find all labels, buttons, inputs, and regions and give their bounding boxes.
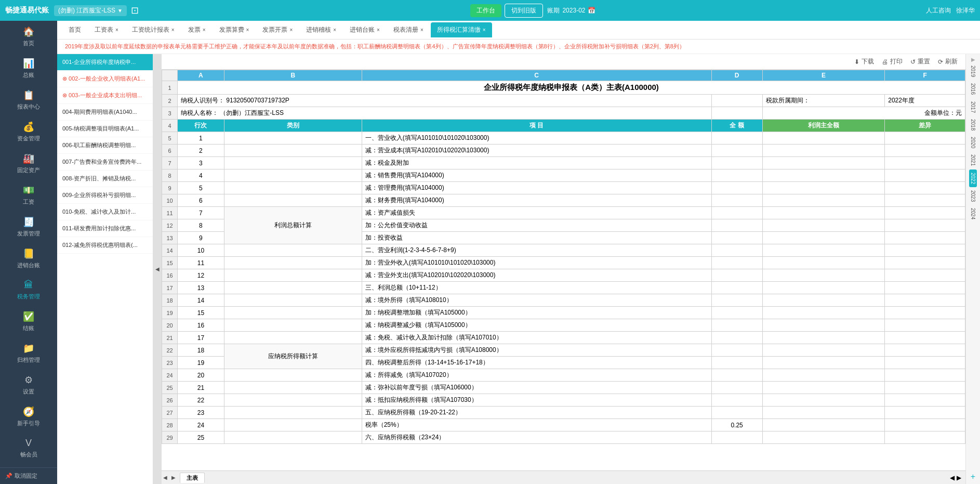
year-2018[interactable]: 2018 — [969, 116, 977, 134]
table-row: 25 21 减：弥补以前年度亏损（填写A106000） — [162, 382, 965, 394]
cancel-fixed-label: 取消固定 — [15, 472, 37, 480]
sidebar-item-ledger2[interactable]: 📒 进销台账 — [0, 243, 57, 274]
cancel-fixed-button[interactable]: 📌 取消固定 — [0, 468, 57, 484]
tab-invoice-open[interactable]: 发票开票× — [256, 22, 299, 37]
sidebar-item-member[interactable]: V 畅会员 — [0, 433, 57, 464]
sheet-nav-right[interactable]: ▶ — [170, 474, 177, 481]
pin-icon: 📌 — [5, 473, 12, 479]
sub-sidebar-item-011[interactable]: 011-研发费用加计扣除优惠... — [57, 220, 153, 237]
sidebar-item-checkout[interactable]: ✅ 结账 — [0, 306, 57, 337]
scroll-left-icon[interactable]: ◀ — [950, 474, 955, 481]
sidebar-item-reports[interactable]: 📋 报表中心 — [0, 84, 57, 116]
sidebar-label-ledger2: 进销台账 — [17, 261, 40, 269]
print-button[interactable]: 🖨 打印 — [882, 57, 903, 66]
year-2017[interactable]: 2017 — [969, 98, 977, 116]
user-name: 徐泽华 — [956, 6, 975, 15]
sheet-tab-bar: ◀ ▶ 主表 ◀ ▶ — [162, 470, 965, 484]
tab-salary[interactable]: 工资表× — [88, 22, 125, 37]
sub-sidebar-collapse[interactable]: ◀ — [153, 54, 162, 484]
table-row: 1 企业所得税年度纳税申报表（A类）主表(A100000) — [162, 81, 965, 95]
sidebar-label-checkout: 结账 — [23, 324, 34, 332]
sub-sidebar-item-003[interactable]: 003-一般企业成本支出明细... — [57, 87, 153, 104]
tab-income-tax-close[interactable]: × — [483, 27, 486, 33]
sub-sidebar-item-005[interactable]: 005-纳税调整项目明细表(A1... — [57, 121, 153, 137]
download-button[interactable]: ⬇ 下载 — [854, 57, 874, 66]
category-cell-taxable: 应纳税所得额计算 — [224, 344, 362, 369]
year-2020[interactable]: 2020 — [969, 134, 977, 151]
year-2021[interactable]: 2021 — [969, 151, 977, 169]
print-label: 打印 — [890, 57, 903, 66]
tab-tax-list[interactable]: 税表清册× — [387, 22, 430, 37]
year-2024[interactable]: 2024 — [969, 205, 977, 223]
tab-invoice[interactable]: 发票× — [182, 22, 212, 37]
table-row: 20 16 减：纳税调整减少额（填写A105000） — [162, 319, 965, 332]
sub-sidebar-item-004[interactable]: 004-期间费用明细表(A1040... — [57, 104, 153, 121]
tab-purchase-ledger-close[interactable]: × — [377, 27, 380, 33]
sidebar-item-home[interactable]: 🏠 首页 — [0, 21, 57, 53]
tab-purchase-ledger[interactable]: 进销台账× — [343, 22, 386, 37]
item-cell: 减：营业外支出(填写A102010\102020\103000) — [362, 269, 711, 282]
sub-sidebar-item-008[interactable]: 008-资产折旧、摊销及纳税... — [57, 171, 153, 187]
sidebar-label-tax: 税务管理 — [17, 293, 40, 300]
sub-sidebar-item-002[interactable]: 002-一般企业收入明细表(A1... — [57, 71, 153, 87]
sidebar-item-assets[interactable]: 🏭 固定资产 — [0, 148, 57, 179]
sheet-tab-main[interactable]: 主表 — [180, 473, 205, 483]
sub-sidebar-item-010[interactable]: 010-免税、减计收入及加计... — [57, 204, 153, 220]
tab-tax-list-close[interactable]: × — [420, 27, 423, 33]
sub-sidebar-item-001[interactable]: 001-企业所得税年度纳税申... — [57, 54, 153, 71]
sidebar-item-funds[interactable]: 💰 资金管理 — [0, 116, 57, 148]
right-panel-expand[interactable]: ▶ — [971, 57, 975, 62]
switch-old-button[interactable]: 切到旧版 — [505, 4, 543, 18]
currency-label: 金额单位：元 — [762, 107, 965, 120]
sidebar-item-guide[interactable]: 🧭 新手引导 — [0, 401, 57, 433]
tab-salary-stats-close[interactable]: × — [171, 27, 175, 33]
item-cell: 减：所得减免（填写A107020） — [362, 369, 711, 382]
sidebar-item-archive[interactable]: 📁 归档管理 — [0, 337, 57, 369]
item-cell: 减：财务费用(填写A104000) — [362, 194, 711, 207]
taxpayer-name-cell: 纳税人名称： （勿删）江西服宝-LSS — [178, 107, 712, 120]
tab-invoice-close[interactable]: × — [203, 27, 206, 33]
reset-button[interactable]: ↺ 重置 — [910, 57, 930, 66]
sidebar-item-tax[interactable]: 🏛 税务管理 — [0, 274, 57, 306]
sidebar-item-settings[interactable]: ⚙ 设置 — [0, 369, 57, 401]
scroll-right-icon[interactable]: ▶ — [957, 474, 961, 481]
item-cell: 减：弥补以前年度亏损（填写A106000） — [362, 382, 711, 394]
top-bar-right: 人工咨询 徐泽华 — [926, 6, 975, 15]
company-selector[interactable]: (勿删) 江西服宝-LSS ▼ — [54, 5, 127, 16]
sub-sidebar: 001-企业所得税年度纳税申... 002-一般企业收入明细表(A1... 00… — [57, 54, 153, 484]
notice-bar: 2019年度涉及取以前年度延续数据的申报表单元格需要手工维护正确，才能保证本年及… — [57, 40, 980, 54]
toolbar: ⬇ 下载 🖨 打印 ↺ 重置 ⟳ 刷新 — [162, 54, 965, 70]
reset-icon: ↺ — [910, 58, 916, 66]
tab-invoice-open-close[interactable]: × — [289, 27, 293, 33]
table-row: 16 12 减：营业外支出(填写A102010\102020\103000) — [162, 269, 965, 282]
tab-invoice-fee[interactable]: 发票算费× — [213, 22, 256, 37]
year-2016[interactable]: 2016 — [969, 80, 977, 98]
add-year-button[interactable]: + — [971, 472, 975, 481]
salary-icon: 💵 — [23, 185, 34, 196]
tab-invoice-fee-close[interactable]: × — [246, 27, 249, 33]
item-cell: 加：纳税调整增加额（填写A105000） — [362, 307, 711, 319]
tab-purchase-audit[interactable]: 进销稽核× — [300, 22, 342, 37]
sheet-nav-left[interactable]: ◀ — [162, 474, 169, 481]
year-2023[interactable]: 2023 — [969, 187, 977, 205]
tab-salary-stats[interactable]: 工资统计报表× — [126, 22, 181, 37]
item-cell: 四、纳税调整后所得（13-14+15-16-17+18） — [362, 357, 711, 369]
sub-sidebar-item-006[interactable]: 006-职工薪酬纳税调整明细... — [57, 137, 153, 154]
workstation-button[interactable]: 工作台 — [470, 4, 501, 17]
item-cell: 减：境外所得（填写A108010） — [362, 294, 711, 307]
sub-sidebar-item-009[interactable]: 009-企业所得税补亏损明细... — [57, 187, 153, 204]
tab-purchase-audit-close[interactable]: × — [333, 27, 336, 33]
tab-income-tax[interactable]: 所得税汇算清缴× — [431, 22, 492, 37]
tab-salary-close[interactable]: × — [115, 27, 118, 33]
sidebar-item-salary[interactable]: 💵 工资 — [0, 179, 57, 211]
sidebar-item-ledger[interactable]: 📊 总账 — [0, 53, 57, 84]
refresh-button[interactable]: ⟳ 刷新 — [938, 57, 958, 66]
sidebar-item-invoices[interactable]: 🧾 发票管理 — [0, 211, 57, 243]
tab-home[interactable]: 首页 — [62, 22, 87, 37]
ai-consult-label[interactable]: 人工咨询 — [926, 6, 951, 15]
year-2022[interactable]: 2022 — [969, 169, 977, 187]
sub-sidebar-item-007[interactable]: 007-广告费和业务宣传费跨年... — [57, 154, 153, 171]
guide-icon: 🧭 — [23, 406, 34, 417]
year-2019[interactable]: 2019 — [969, 62, 977, 80]
sub-sidebar-item-012[interactable]: 012-减免所得税优惠明细表(... — [57, 237, 153, 254]
